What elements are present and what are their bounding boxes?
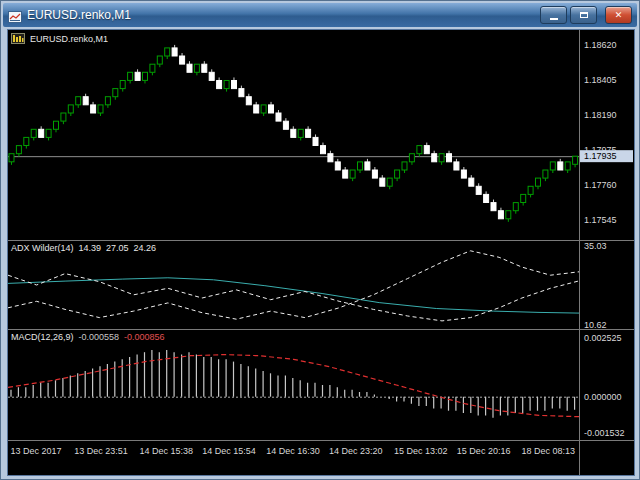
svg-text:14 Dec 23:20: 14 Dec 23:20 <box>329 446 383 456</box>
svg-text:13 Dec 23:51: 13 Dec 23:51 <box>74 446 128 456</box>
svg-text:15 Dec 13:02: 15 Dec 13:02 <box>394 446 448 456</box>
minimize-icon <box>550 18 558 20</box>
svg-text:1.18405: 1.18405 <box>584 75 617 85</box>
svg-text:-0.001532: -0.001532 <box>584 428 625 438</box>
svg-text:1.18190: 1.18190 <box>584 110 617 120</box>
minimize-button[interactable] <box>540 6 567 24</box>
maximize-icon <box>580 12 588 18</box>
svg-text:18 Dec 08:13: 18 Dec 08:13 <box>521 446 575 456</box>
svg-text:0.002525: 0.002525 <box>584 333 622 343</box>
time-axis-labels: 13 Dec 201713 Dec 23:5114 Dec 15:3814 De… <box>10 446 574 456</box>
svg-text:15 Dec 20:16: 15 Dec 20:16 <box>457 446 511 456</box>
svg-text:13 Dec 2017: 13 Dec 2017 <box>10 446 61 456</box>
window-title: EURUSD.renko,M1 <box>27 8 537 22</box>
svg-text:1.17760: 1.17760 <box>584 180 617 190</box>
maximize-button[interactable] <box>570 6 597 24</box>
svg-text:1.18620: 1.18620 <box>584 40 617 50</box>
svg-text:14 Dec 16:30: 14 Dec 16:30 <box>266 446 320 456</box>
chart-background <box>8 30 634 475</box>
svg-text:35.03: 35.03 <box>584 241 607 251</box>
svg-text:0.000000: 0.000000 <box>584 392 622 402</box>
svg-text:1.17935: 1.17935 <box>584 151 617 161</box>
mt4-chart-window: EURUSD.renko,M1 ✕ 1.186201.184051.181901… <box>0 0 640 480</box>
bid-price-box: 1.17935 <box>580 150 633 162</box>
close-button[interactable]: ✕ <box>605 6 632 24</box>
chart-window-icon <box>8 9 22 21</box>
close-icon: ✕ <box>615 11 623 20</box>
window-titlebar[interactable]: EURUSD.renko,M1 ✕ <box>3 3 637 27</box>
svg-text:14 Dec 15:38: 14 Dec 15:38 <box>139 446 193 456</box>
svg-text:14 Dec 15:54: 14 Dec 15:54 <box>202 446 256 456</box>
chart-client-area[interactable]: 1.186201.184051.181901.179751.177601.175… <box>7 29 635 476</box>
window-controls: ✕ <box>537 6 632 24</box>
chart-canvas[interactable]: 1.186201.184051.181901.179751.177601.175… <box>8 30 634 475</box>
svg-text:1.17545: 1.17545 <box>584 215 617 225</box>
svg-text:10.62: 10.62 <box>584 320 607 330</box>
